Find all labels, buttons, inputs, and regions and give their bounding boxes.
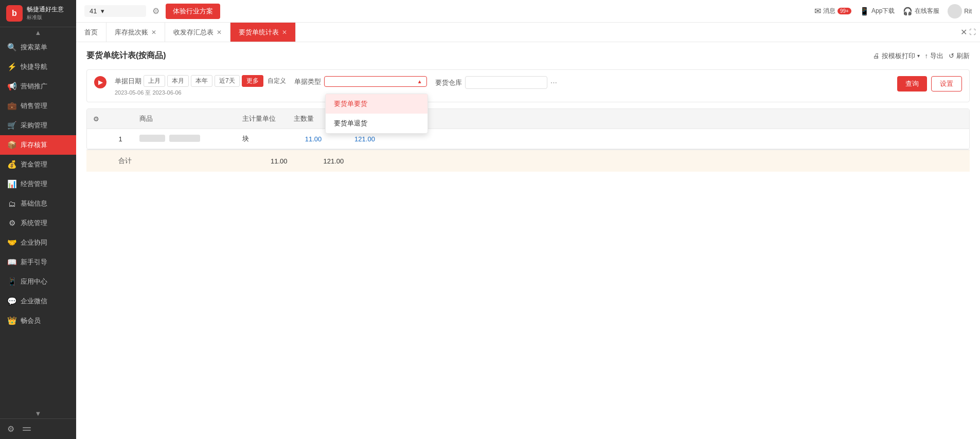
query-button[interactable]: 查询 <box>897 76 927 92</box>
dropdown-item-return[interactable]: 要货单退货 <box>326 114 427 133</box>
print-icon: 🖨 <box>873 52 880 60</box>
type-label: 单据类型 <box>294 77 321 86</box>
table-row: 1 块 11.00 121.00 <box>87 129 969 149</box>
sidebar-scroll-up[interactable]: ▲ <box>0 27 76 38</box>
sidebar-item-quick-nav[interactable]: ⚡ 快捷导航 <box>0 57 76 77</box>
tab-recv-summary-close[interactable]: ✕ <box>217 29 222 36</box>
header-actions: ✉ 消息 99+ 📱 App下载 🎧 在线客服 Rit <box>814 4 972 19</box>
sidebar-item-guide-label: 新手引导 <box>21 258 47 267</box>
tab-inventory-batch-label: 库存批次账 <box>115 28 148 37</box>
tab-inventory-batch[interactable]: 库存批次账 ✕ <box>106 23 165 42</box>
sidebar-item-basic[interactable]: 🗂 基础信息 <box>0 194 76 213</box>
type-filter-group: 单据类型 ▲ 要货单要货 要货单退货 <box>294 76 427 87</box>
sidebar-item-basic-label: 基础信息 <box>21 199 47 208</box>
basic-icon: 🗂 <box>7 199 16 208</box>
sidebar-scroll-down[interactable]: ▼ <box>0 408 76 418</box>
date-btn-last-month[interactable]: 上月 <box>144 75 165 87</box>
sidebar-item-marketing[interactable]: 📢 营销推广 <box>0 77 76 96</box>
tab-expand-btn[interactable]: ⛶ <box>969 28 976 36</box>
main-area: 41 ▾ ⚙ 体验行业方案 ✉ 消息 99+ 📱 App下载 🎧 在线客服 Ri… <box>76 0 980 439</box>
date-label: 单据日期 <box>115 77 141 86</box>
page-title-row: 要货单统计表(按商品) 🖨 按模板打印 ▾ ↑ 导出 ↺ 刷新 <box>86 50 970 61</box>
tab-home[interactable]: 首页 <box>76 23 106 42</box>
warehouse-more-icon[interactable]: ··· <box>550 78 557 87</box>
row-product-cell <box>133 129 236 149</box>
date-filter-group: 单据日期 上月 本月 本年 近7天 更多 自定义 2023-05-06 至 20… <box>115 75 286 97</box>
type-dropdown: 要货单要货 要货单退货 <box>325 94 428 134</box>
filter-toggle-btn[interactable]: ▶ <box>94 76 106 88</box>
print-label: 按模板打印 <box>882 51 915 61</box>
sidebar-item-vip[interactable]: 👑 畅会员 <box>0 311 76 331</box>
industry-btn[interactable]: 体验行业方案 <box>166 4 220 19</box>
sidebar-item-search[interactable]: 🔍 搜索菜单 <box>0 38 76 57</box>
sidebar-item-guide[interactable]: 📖 新手引导 <box>0 252 76 272</box>
dropdown-item-order[interactable]: 要货单要货 <box>326 94 427 114</box>
online-service-label: 在线客服 <box>915 7 939 15</box>
sidebar-item-app-center-label: 应用中心 <box>21 277 47 286</box>
sidebar-item-inventory[interactable]: 📦 库存核算 <box>0 135 76 155</box>
export-btn[interactable]: ↑ 导出 <box>925 51 944 61</box>
refresh-icon: ↺ <box>949 52 954 60</box>
type-select[interactable]: ▲ <box>324 76 427 87</box>
tab-order-stats[interactable]: 要货单统计表 ✕ <box>230 23 296 42</box>
tab-order-stats-close[interactable]: ✕ <box>282 29 287 36</box>
marketing-icon: 📢 <box>7 82 16 91</box>
sidebar-item-operations[interactable]: 📊 经营管理 <box>0 174 76 194</box>
enterprise-icon: 🤝 <box>7 238 16 247</box>
date-btn-this-month[interactable]: 本月 <box>167 75 189 87</box>
footer-label: 合计 <box>118 156 132 166</box>
column-settings-icon[interactable]: ⚙ <box>93 115 99 123</box>
warehouse-input[interactable] <box>465 76 547 89</box>
product-placeholder-2 <box>169 135 200 142</box>
system-icon: ⚙ <box>7 218 16 228</box>
top-header: 41 ▾ ⚙ 体验行业方案 ✉ 消息 99+ 📱 App下载 🎧 在线客服 Ri… <box>76 0 980 23</box>
sidebar-item-finance-label: 资金管理 <box>21 160 47 169</box>
purchase-icon: 🛒 <box>7 121 16 130</box>
sidebar-item-wechat[interactable]: 💬 企业微信 <box>0 291 76 311</box>
refresh-btn[interactable]: ↺ 刷新 <box>949 51 970 61</box>
app-download-btn[interactable]: 📱 App下载 <box>860 7 895 16</box>
col-header-settings[interactable]: ⚙ <box>87 109 108 129</box>
app-download-label: App下载 <box>871 7 895 15</box>
table-footer: 合计 11.00 121.00 <box>86 150 970 172</box>
page-inner: 要货单统计表(按商品) 🖨 按模板打印 ▾ ↑ 导出 ↺ 刷新 <box>76 42 980 439</box>
sidebar-item-system-label: 系统管理 <box>21 218 47 228</box>
tab-recv-summary[interactable]: 收发存汇总表 ✕ <box>165 23 230 42</box>
sidebar-item-vip-label: 畅会员 <box>21 316 41 325</box>
sidebar-item-purchase[interactable]: 🛒 采购管理 <box>0 116 76 135</box>
type-select-arrow-up: ▲ <box>417 79 422 84</box>
tab-inventory-batch-close[interactable]: ✕ <box>151 29 156 36</box>
warehouse-filter-group: 要货仓库 ··· <box>435 76 557 89</box>
online-service-btn[interactable]: 🎧 在线客服 <box>903 7 939 16</box>
date-custom-btn[interactable]: 自定义 <box>268 77 286 85</box>
tab-close-all-btn[interactable]: ✕ <box>960 27 967 37</box>
settings-icon[interactable]: ⚙ <box>7 424 14 434</box>
sidebar-item-finance[interactable]: 💰 资金管理 <box>0 155 76 174</box>
sidebar-item-sales[interactable]: 💼 销售管理 <box>0 96 76 116</box>
logo-sub: 标准版 <box>27 14 64 21</box>
sidebar-item-enterprise[interactable]: 🤝 企业协同 <box>0 233 76 252</box>
settings-button[interactable]: 设置 <box>931 76 962 92</box>
sidebar-item-system[interactable]: ⚙ 系统管理 <box>0 213 76 233</box>
tab-order-stats-label: 要货单统计表 <box>239 28 279 37</box>
finance-icon: 💰 <box>7 160 16 169</box>
message-btn[interactable]: ✉ 消息 99+ <box>814 6 851 16</box>
store-selector[interactable]: 41 ▾ <box>84 5 146 17</box>
sidebar-item-app-center[interactable]: 📱 应用中心 <box>0 272 76 291</box>
col-header-index <box>108 109 133 129</box>
row-extra-cell <box>390 129 969 149</box>
date-btn-last-7-days[interactable]: 近7天 <box>215 75 240 87</box>
date-btn-this-year[interactable]: 本年 <box>191 75 212 87</box>
sales-icon: 💼 <box>7 101 16 111</box>
tab-recv-summary-label: 收发存汇总表 <box>173 28 213 37</box>
sidebar-collapse-btn[interactable] <box>23 427 31 431</box>
sidebar-bottom: ⚙ <box>0 418 76 439</box>
table-container: ⚙ 商品 主计量单位 主数量 零售金额 1 <box>86 108 970 150</box>
date-btn-more[interactable]: 更多 <box>242 75 263 87</box>
user-avatar-area[interactable]: Rit <box>948 4 972 19</box>
sidebar-nav: 🔍 搜索菜单 ⚡ 快捷导航 📢 营销推广 💼 销售管理 🛒 采购管理 📦 库存核… <box>0 38 76 408</box>
settings-gear-icon[interactable]: ⚙ <box>152 6 159 16</box>
guide-icon: 📖 <box>7 258 16 267</box>
tabs-end: ✕ ⛶ <box>956 27 980 37</box>
print-btn[interactable]: 🖨 按模板打印 ▾ <box>873 51 920 61</box>
